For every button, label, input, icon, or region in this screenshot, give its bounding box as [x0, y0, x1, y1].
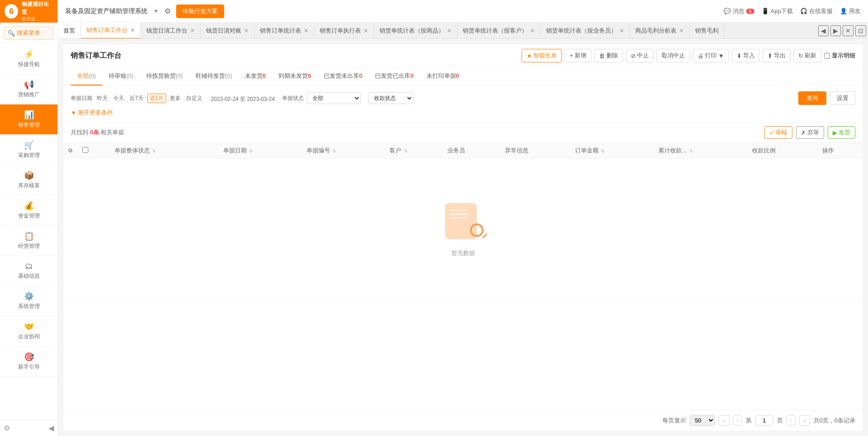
- tab-close-sales-exec[interactable]: ✕: [364, 28, 368, 34]
- date-option-yesterday[interactable]: 昨天: [95, 94, 110, 103]
- date-option-7days[interactable]: 近7天: [128, 94, 145, 103]
- subtab-pending-review[interactable]: 待审核(0): [102, 67, 140, 85]
- cancel-suspend-button[interactable]: 取消中止: [657, 49, 690, 62]
- print-dropdown-icon[interactable]: ▼: [718, 52, 724, 59]
- tab-nav-next[interactable]: ▶: [830, 25, 841, 36]
- sort-customer-icon[interactable]: ⇅: [404, 148, 408, 153]
- show-detail-checkbox-label[interactable]: 显示明细: [824, 52, 855, 60]
- tab-cash-daily[interactable]: 钱货日清工作台 ✕: [141, 23, 201, 39]
- subtab-pending-inspect[interactable]: 待拣货验货(0): [140, 67, 189, 85]
- print-button[interactable]: 🖨 打印 ▼: [693, 49, 729, 62]
- sidebar-item-system[interactable]: ⚙️ 系统管理: [0, 286, 58, 316]
- suspend-button[interactable]: ⊘ 中止: [626, 49, 654, 62]
- tab-sales-exec-table[interactable]: 销售订单执行表 ✕: [314, 23, 374, 39]
- tab-sales-profit[interactable]: 销售毛利: [690, 23, 724, 39]
- add-button[interactable]: + 新增: [565, 49, 591, 62]
- tab-close-sales-customer[interactable]: ✕: [530, 28, 535, 34]
- date-option-more[interactable]: 更多: [168, 94, 182, 103]
- sort-status-icon[interactable]: ⇅: [152, 148, 156, 153]
- export-button[interactable]: ⬆ 导出: [762, 49, 791, 62]
- show-detail-checkbox[interactable]: [824, 53, 830, 59]
- sidebar-item-purchase[interactable]: 🛒 采购管理: [0, 135, 58, 165]
- payment-status-select[interactable]: 收款状态 未收款 已收款: [368, 92, 413, 104]
- tab-maximize[interactable]: ⊡: [855, 25, 866, 36]
- date-option-today[interactable]: 今天: [111, 94, 126, 103]
- tab-sales-workbench[interactable]: 销售订单工作台 ✕: [81, 23, 141, 39]
- refresh-button[interactable]: ↻ 刷新: [793, 49, 821, 62]
- th-amount[interactable]: 订单金额 ⇅: [571, 143, 654, 159]
- topbar-settings-icon[interactable]: ⚙: [164, 7, 171, 15]
- subtab-shipped-not-out[interactable]: 已发货未出库0: [317, 67, 369, 85]
- sidebar-item-marketing[interactable]: 📢 营销推广: [0, 74, 58, 104]
- filter-setting-button[interactable]: 设置: [830, 91, 855, 105]
- page-input[interactable]: [755, 415, 773, 426]
- online-service-button[interactable]: 🎧 在线客服: [800, 7, 833, 15]
- tab-gross-margin[interactable]: 商品毛利分析表 ✕: [630, 23, 690, 39]
- subtab-not-printed[interactable]: 未打印单据0: [420, 67, 465, 85]
- sidebar-item-sales[interactable]: 📊 销售管理: [0, 104, 58, 135]
- query-button[interactable]: 查询: [798, 91, 826, 105]
- settings-gear-icon[interactable]: ⚙: [4, 424, 10, 432]
- select-all-checkbox[interactable]: [82, 147, 88, 153]
- sort-date-icon[interactable]: ⇅: [249, 148, 253, 153]
- subtab-all[interactable]: 全部(0): [71, 67, 102, 85]
- deliver-button[interactable]: ▶ 发货: [828, 126, 855, 139]
- tab-sales-stats-staff[interactable]: 销货单统计表（按业务员） ✕: [541, 23, 630, 39]
- page-prev-button[interactable]: ‹: [733, 415, 742, 426]
- th-checkbox[interactable]: [78, 143, 110, 159]
- status-select[interactable]: 全部 待审核 已审核: [307, 92, 361, 104]
- app-download-button[interactable]: 📱 App下载: [762, 7, 793, 15]
- search-menu-button[interactable]: 🔍 搜索菜单: [4, 26, 54, 40]
- sidebar-search[interactable]: 🔍 搜索菜单: [0, 23, 58, 44]
- page-last-button[interactable]: »: [799, 415, 810, 426]
- review-button[interactable]: ✓ 审核: [764, 126, 792, 139]
- sidebar-item-basic[interactable]: 🗂 基础信息: [0, 256, 58, 286]
- date-option-custom[interactable]: 自定义: [184, 94, 204, 103]
- page-size-select[interactable]: 20 50 100: [690, 415, 715, 426]
- tab-close-sales-product[interactable]: ✕: [447, 28, 451, 34]
- tab-cash-reconcile[interactable]: 钱货日清对账 ✕: [201, 23, 254, 39]
- th-received[interactable]: 累计收款... ⇅: [654, 143, 748, 159]
- subtab-overdue-not-ship[interactable]: 到期未发货0: [272, 67, 317, 85]
- sidebar-item-operations[interactable]: 📋 经营管理: [0, 226, 58, 256]
- tab-close-cash-daily[interactable]: ✕: [190, 28, 195, 34]
- subtab-shipped-out[interactable]: 已发货已出库0: [369, 67, 420, 85]
- revoke-button[interactable]: ✗ 弃审: [796, 126, 824, 139]
- message-button[interactable]: 💬 消息 6: [724, 7, 754, 15]
- sort-number-icon[interactable]: ⇅: [332, 148, 336, 153]
- sidebar-item-inventory[interactable]: 📦 库存核算: [0, 165, 58, 195]
- tab-close-gross-margin[interactable]: ✕: [679, 28, 684, 34]
- th-number[interactable]: 单据编号 ⇅: [302, 143, 385, 159]
- industry-solution-button[interactable]: 体验行业方案: [176, 5, 224, 18]
- tab-close-cash-reconcile[interactable]: ✕: [244, 28, 249, 34]
- tab-nav-prev[interactable]: ◀: [818, 25, 829, 36]
- sidebar-item-company[interactable]: 🤝 企业协同: [0, 316, 58, 346]
- th-status[interactable]: 单据整体状态 ⇅: [110, 143, 219, 159]
- tab-sales-stats-customer[interactable]: 销货单统计表（按客户） ✕: [457, 23, 541, 39]
- page-first-button[interactable]: «: [719, 415, 729, 426]
- system-title-dropdown-icon[interactable]: ▼: [153, 8, 159, 14]
- smart-create-button[interactable]: ★ 智能生单: [522, 49, 562, 62]
- tab-home[interactable]: 首页: [58, 23, 81, 39]
- user-button[interactable]: 👤 用友: [840, 7, 861, 15]
- import-button[interactable]: ⬇ 导入: [732, 49, 760, 62]
- th-settings[interactable]: ⚙: [63, 143, 78, 159]
- tab-close-all[interactable]: ✕: [843, 25, 854, 36]
- tab-sales-stats-table[interactable]: 销售订单统计表 ✕: [254, 23, 314, 39]
- subtab-not-shipped[interactable]: 未发货0: [239, 67, 272, 85]
- date-option-1month[interactable]: 近1月: [147, 94, 167, 103]
- tab-sales-stats-product[interactable]: 销货单统计表（按商品） ✕: [374, 23, 457, 39]
- collapse-sidebar-icon[interactable]: ◀: [48, 424, 54, 432]
- tab-close-sales-workbench[interactable]: ✕: [130, 27, 135, 33]
- tab-close-sales-staff[interactable]: ✕: [619, 28, 624, 34]
- subtab-wangpu-deliver[interactable]: 旺铺待发货(0): [189, 67, 239, 85]
- delete-button[interactable]: 🗑 删除: [594, 49, 623, 62]
- sidebar-item-quick-nav[interactable]: ⚡ 快捷导航: [0, 44, 58, 74]
- th-abnormal[interactable]: 异常信息: [500, 143, 571, 159]
- expand-filter-button[interactable]: ▼ 展开更多条件: [71, 109, 855, 117]
- page-next-button[interactable]: ›: [786, 415, 796, 426]
- tab-close-sales-stats[interactable]: ✕: [304, 28, 308, 34]
- sidebar-item-finance[interactable]: 💰 资金管理: [0, 195, 58, 226]
- sort-amount-icon[interactable]: ⇅: [601, 148, 604, 153]
- th-staff[interactable]: 业务员: [443, 143, 500, 159]
